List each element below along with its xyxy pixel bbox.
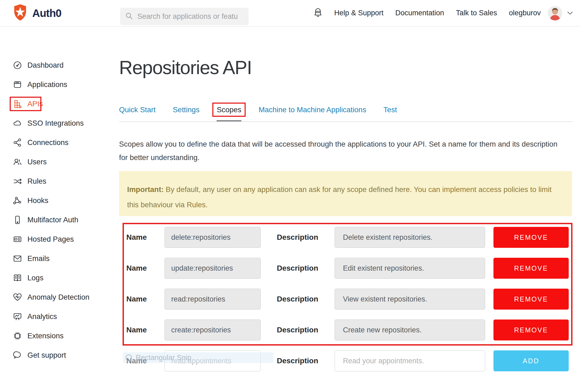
new-scope-description-input[interactable]	[335, 350, 485, 371]
scope-row: Name Description REMOVE	[126, 289, 569, 310]
add-scope-button[interactable]: ADD	[493, 350, 569, 371]
sidebar-item-get-support[interactable]: Get support	[0, 346, 116, 365]
sidebar-item-connections[interactable]: Connections	[0, 133, 116, 152]
scope-row: Name Description REMOVE	[126, 227, 569, 248]
notifications-bell-icon[interactable]	[313, 7, 323, 19]
name-label: Name	[126, 264, 164, 273]
users-icon	[13, 157, 22, 167]
scope-description-field	[335, 258, 485, 279]
auth0-dashboard: Auth0 Help & Support Documentation	[0, 0, 580, 392]
top-header: Auth0 Help & Support Documentation	[0, 0, 580, 27]
auth0-shield-icon	[12, 4, 28, 23]
sidebar-label: Dashboard	[27, 61, 64, 70]
sidebar-label: Get support	[27, 351, 66, 360]
sidebar-item-anomaly-detection[interactable]: Anomaly Detection	[0, 288, 116, 307]
description-label: Description	[277, 295, 335, 303]
sidebar-item-emails[interactable]: Emails	[0, 249, 116, 268]
name-label: Name	[126, 357, 164, 365]
auth0-logo[interactable]: Auth0	[12, 4, 61, 23]
heart-pulse-icon	[13, 292, 22, 302]
help-support-link[interactable]: Help & Support	[334, 9, 384, 17]
talk-to-sales-link[interactable]: Talk to Sales	[456, 9, 497, 17]
name-label: Name	[126, 326, 164, 334]
chart-board-icon	[13, 312, 22, 321]
tab-settings[interactable]: Settings	[173, 106, 199, 121]
sidebar-item-users[interactable]: Users	[0, 152, 116, 172]
remove-scope-button[interactable]: REMOVE	[493, 227, 569, 248]
new-scope-name-input[interactable]	[164, 350, 261, 371]
sidebar-item-hooks[interactable]: Hooks	[0, 191, 116, 210]
sidebar-item-rules[interactable]: Rules	[0, 172, 116, 191]
sidebar-nav: Dashboard Applications APIs SSO Integrat…	[0, 26, 116, 365]
logo-wordmark: Auth0	[32, 7, 61, 19]
sidebar-item-logs[interactable]: Logs	[0, 268, 116, 288]
intro-line-1: Scopes allow you to define the data that…	[119, 137, 574, 151]
chip-icon	[13, 331, 22, 341]
sidebar-item-apis[interactable]: APIs	[0, 94, 116, 114]
sidebar-label: Emails	[27, 254, 50, 263]
tab-scopes[interactable]: Scopes	[217, 106, 241, 121]
search-input[interactable]	[137, 12, 244, 21]
sidebar-item-extensions[interactable]: Extensions	[0, 326, 116, 346]
page-title: Repositories API	[119, 57, 252, 78]
remove-scope-button[interactable]: REMOVE	[493, 258, 569, 279]
sidebar-item-dashboard[interactable]: Dashboard	[0, 56, 116, 75]
intro-line-2: for better understanding.	[119, 151, 574, 164]
sidebar-label: SSO Integrations	[27, 119, 84, 128]
scope-name-field	[164, 227, 261, 248]
sidebar-label: Users	[27, 158, 47, 166]
sidebar-item-analytics[interactable]: Analytics	[0, 307, 116, 326]
sidebar-label: Hosted Pages	[27, 235, 74, 244]
sidebar-label: Multifactor Auth	[27, 216, 78, 224]
avatar[interactable]	[548, 6, 562, 20]
notice-important-label: Important:	[127, 185, 164, 194]
sidebar-item-sso-integrations[interactable]: SSO Integrations	[0, 114, 116, 133]
remove-scope-button[interactable]: REMOVE	[493, 320, 569, 340]
notice-line-2: this behaviour via Rules.	[127, 197, 564, 212]
user-menu-chevron-down-icon[interactable]	[567, 11, 573, 15]
gauge-icon	[13, 60, 22, 70]
sidebar-label: Anomaly Detection	[27, 293, 89, 302]
scopes-intro-text: Scopes allow you to define the data that…	[119, 137, 574, 164]
search-box	[120, 8, 249, 25]
scope-description-field	[335, 320, 485, 340]
sidebar-item-hosted-pages[interactable]: Hosted Pages	[0, 230, 116, 249]
sidebar-label: Applications	[27, 80, 67, 89]
tab-test[interactable]: Test	[384, 106, 397, 121]
tabs-bar: Quick Start Settings Scopes Machine to M…	[119, 106, 572, 122]
scope-row: Name Description REMOVE	[126, 258, 569, 279]
sidebar-label: Logs	[27, 274, 44, 282]
search-icon	[125, 12, 133, 21]
tab-machine-to-machine[interactable]: Machine to Machine Applications	[259, 106, 366, 121]
sidebar-label: Extensions	[27, 332, 64, 340]
tab-quick-start[interactable]: Quick Start	[119, 106, 156, 121]
documentation-link[interactable]: Documentation	[395, 9, 444, 17]
hosted-page-icon	[13, 234, 22, 244]
scope-name-field	[164, 289, 261, 310]
mobile-phone-icon	[13, 215, 22, 225]
tab-scopes-label: Scopes	[217, 106, 241, 114]
sidebar-label: Analytics	[27, 312, 57, 321]
cloud-icon	[13, 118, 22, 128]
description-label: Description	[277, 326, 335, 334]
new-scope-row: Name Description ADD	[126, 350, 569, 371]
description-label: Description	[277, 264, 335, 273]
remove-scope-button[interactable]: REMOVE	[493, 289, 569, 310]
sidebar-item-applications[interactable]: Applications	[0, 75, 116, 94]
book-icon	[13, 273, 22, 283]
sidebar-label: APIs	[27, 100, 43, 108]
sidebar-item-multifactor-auth[interactable]: Multifactor Auth	[0, 210, 116, 230]
apis-blocks-icon	[13, 99, 22, 109]
scope-row: Name Description REMOVE	[126, 320, 569, 340]
description-label: Description	[277, 357, 335, 365]
applications-icon	[13, 80, 22, 89]
sidebar-label: Connections	[27, 138, 69, 147]
envelope-icon	[13, 254, 22, 263]
sidebar-label: Hooks	[27, 196, 48, 205]
header-actions: Help & Support Documentation Talk to Sal…	[313, 0, 573, 26]
username-label[interactable]: olegburov	[509, 9, 541, 17]
name-label: Name	[126, 295, 164, 303]
scope-name-field	[164, 320, 261, 340]
important-notice: Important: By default, any user on any a…	[119, 171, 572, 216]
notice-line-1: Important: By default, any user on any a…	[127, 182, 564, 197]
